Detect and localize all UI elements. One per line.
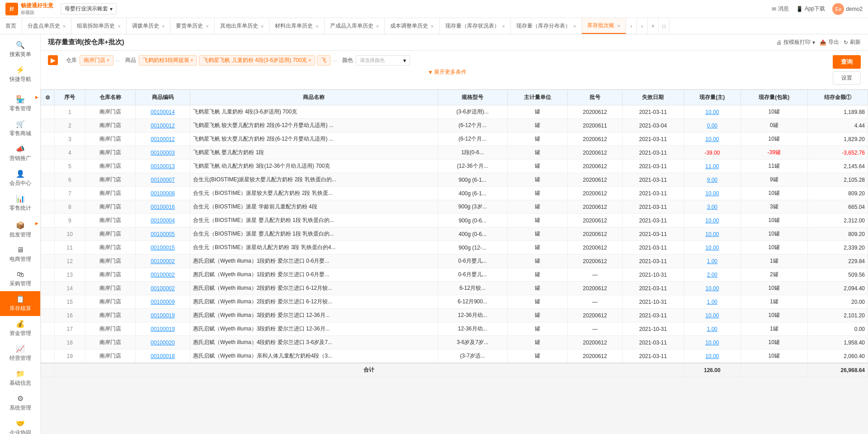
- cell-code[interactable]: 00100004: [135, 214, 190, 227]
- tab-close-other-out[interactable]: ×: [261, 24, 264, 29]
- tab-close-disassemble[interactable]: ×: [118, 24, 120, 29]
- tab-home[interactable]: 首页: [0, 18, 22, 34]
- tab-nav-prev[interactable]: ‹: [626, 18, 637, 34]
- sidebar-item-system[interactable]: ⚙ 系统管理: [0, 391, 40, 415]
- cell-code[interactable]: 00100014: [135, 105, 190, 119]
- sidebar-item-retail-shop[interactable]: 🛒 零售商城: [0, 116, 40, 141]
- tab-close-material-out[interactable]: ×: [316, 24, 318, 29]
- cell-stock-main[interactable]: 10.00: [684, 227, 741, 241]
- tab-maximize[interactable]: □: [659, 18, 670, 34]
- cell-stock-main[interactable]: 1.00: [684, 255, 741, 268]
- cell-stock-main[interactable]: 10.00: [684, 282, 741, 295]
- cell-stock-main[interactable]: 10.00: [684, 241, 741, 255]
- cell-stock-main[interactable]: 2.00: [684, 268, 741, 282]
- cell-code[interactable]: 00100019: [135, 309, 190, 322]
- tab-cost-adjust[interactable]: 成本调整单历史 ×: [385, 18, 439, 34]
- cell-stock-main[interactable]: 10.00: [684, 349, 741, 363]
- cell-stock-main[interactable]: 11.00: [684, 160, 741, 173]
- sidebar-item-retail[interactable]: 🏪 零售管理 ▶: [0, 91, 40, 116]
- product-tag-more[interactable]: 飞: [317, 55, 330, 66]
- sidebar-item-nav[interactable]: ⚡ 快捷导航: [0, 62, 40, 87]
- expand-arrow-btn[interactable]: ▶: [48, 55, 58, 65]
- sidebar-item-inventory[interactable]: 📋 库存核算: [0, 291, 40, 316]
- cell-stock-main[interactable]: 10.00: [684, 214, 741, 227]
- cell-code[interactable]: 00100003: [135, 146, 190, 160]
- cell-code[interactable]: 00100002: [135, 282, 190, 295]
- cell-code[interactable]: 00100008: [135, 187, 190, 200]
- cell-code[interactable]: 00100002: [135, 268, 190, 282]
- sidebar-item-marketing[interactable]: 📣 营销推广: [0, 141, 40, 166]
- setting-btn[interactable]: 设置: [833, 71, 861, 85]
- refresh-btn[interactable]: ↻ 刷新: [844, 38, 861, 46]
- sidebar-item-ecom[interactable]: 🖥 电商管理: [0, 242, 40, 267]
- cell-stock-main[interactable]: -39.00: [684, 146, 741, 160]
- tab-request[interactable]: 要货单历史 ×: [170, 18, 214, 34]
- query-btn[interactable]: 查询: [833, 55, 861, 69]
- sidebar-item-finance[interactable]: 💰 资金管理: [0, 316, 40, 341]
- tab-product-in[interactable]: 产成品入库单历史 ×: [325, 18, 385, 34]
- warehouse-tag-close-0[interactable]: ×: [107, 58, 109, 63]
- tab-close-all[interactable]: ×: [648, 18, 659, 34]
- tab-split[interactable]: 分盘点单历史 ×: [22, 18, 71, 34]
- cell-code[interactable]: 00100018: [135, 349, 190, 363]
- product-ellipsis[interactable]: ···: [332, 57, 337, 64]
- tab-close-batch-account[interactable]: ×: [617, 23, 620, 28]
- warehouse-tag-0[interactable]: 南岸门店 ×: [80, 55, 113, 66]
- cell-code[interactable]: 00100005: [135, 227, 190, 241]
- cell-stock-main[interactable]: 1.00: [684, 322, 741, 336]
- product-tag-close-0[interactable]: ×: [191, 58, 193, 63]
- tab-close-split[interactable]: ×: [63, 24, 66, 29]
- tab-nav-next[interactable]: ›: [637, 18, 648, 34]
- warehouse-ellipsis[interactable]: ···: [115, 57, 120, 64]
- sidebar-item-retail-stat[interactable]: 📊 零售统计: [0, 191, 40, 216]
- app-download-btn[interactable]: 📱 App下载: [796, 5, 825, 13]
- cell-code[interactable]: 00100007: [135, 173, 190, 187]
- cell-code[interactable]: 00100013: [135, 160, 190, 173]
- tab-close-request[interactable]: ×: [206, 24, 208, 29]
- tab-close-stock-status[interactable]: ×: [502, 24, 505, 29]
- sidebar-item-base[interactable]: 📁 基础信息: [0, 366, 40, 391]
- sidebar-item-member[interactable]: 👤 会员中心: [0, 166, 40, 191]
- expand-more-btn[interactable]: ▼ 展开更多条件: [66, 68, 828, 76]
- tab-close-product-in[interactable]: ×: [376, 24, 379, 29]
- cell-stock-main[interactable]: 0.00: [684, 119, 741, 132]
- cell-code[interactable]: 00100016: [135, 200, 190, 214]
- product-tag-0[interactable]: 飞鹤奶粉3段两提装 ×: [139, 55, 198, 66]
- cell-stock-main[interactable]: 10.00: [684, 105, 741, 119]
- th-settings[interactable]: ⚙: [41, 90, 55, 105]
- cell-code[interactable]: 00100012: [135, 132, 190, 146]
- export-btn[interactable]: 📤 导出: [820, 38, 839, 46]
- cell-stock-main[interactable]: 10.00: [684, 187, 741, 200]
- cell-code[interactable]: 00100019: [135, 322, 190, 336]
- sidebar-item-purchase[interactable]: 🛍 采购管理: [0, 267, 40, 291]
- tab-material-out[interactable]: 材料出库单历史 ×: [269, 18, 324, 34]
- cell-stock-main[interactable]: 1.00: [684, 295, 741, 309]
- sidebar-item-wholesale[interactable]: 📦 批发管理 ▶: [0, 217, 40, 242]
- cell-code[interactable]: 00100020: [135, 336, 190, 349]
- tab-other-out[interactable]: 其他出库单历史 ×: [215, 18, 269, 34]
- cell-stock-main[interactable]: 9.00: [684, 173, 741, 187]
- product-tag-close-1[interactable]: ×: [308, 58, 311, 63]
- tab-disassemble[interactable]: 组装拆卸单历史 ×: [71, 18, 126, 34]
- print-btn[interactable]: 🖨 按模板打印 ▾: [776, 38, 815, 46]
- tab-stock-status[interactable]: 现存量（库存状况表） ×: [440, 18, 511, 34]
- tab-stock-dist[interactable]: 现存量（库存分布表） ×: [511, 18, 582, 34]
- color-selector[interactable]: 请选择颜色 ▾: [356, 55, 410, 66]
- tab-close-mix[interactable]: ×: [162, 24, 165, 29]
- product-tag-1[interactable]: 飞鹤星飞帆 儿童奶粉 4段(3-6岁适用) 700克 ×: [199, 55, 315, 66]
- cell-stock-main[interactable]: 10.00: [684, 132, 741, 146]
- sidebar-item-search[interactable]: 🔍 搜索英单: [0, 37, 40, 62]
- tab-close-cost-adjust[interactable]: ×: [431, 24, 434, 29]
- cell-stock-main[interactable]: 10.00: [684, 309, 741, 322]
- cell-code[interactable]: 00100009: [135, 295, 190, 309]
- sidebar-item-operation[interactable]: 📈 经营管理: [0, 341, 40, 366]
- sidebar-item-corp[interactable]: 🤝 企业协同: [0, 415, 40, 434]
- cell-code[interactable]: 00100002: [135, 255, 190, 268]
- cell-stock-main[interactable]: 10.00: [684, 336, 741, 349]
- org-selector[interactable]: 母婴行业演示账套 ▾: [61, 3, 117, 14]
- messages-btn[interactable]: ✉ 消息: [772, 5, 789, 13]
- tab-close-stock-dist[interactable]: ×: [573, 24, 576, 29]
- tab-mix[interactable]: 调拨单历史 ×: [127, 18, 170, 34]
- tab-batch-account[interactable]: 库存批次账 ×: [582, 18, 626, 34]
- cell-stock-main[interactable]: 3.00: [684, 200, 741, 214]
